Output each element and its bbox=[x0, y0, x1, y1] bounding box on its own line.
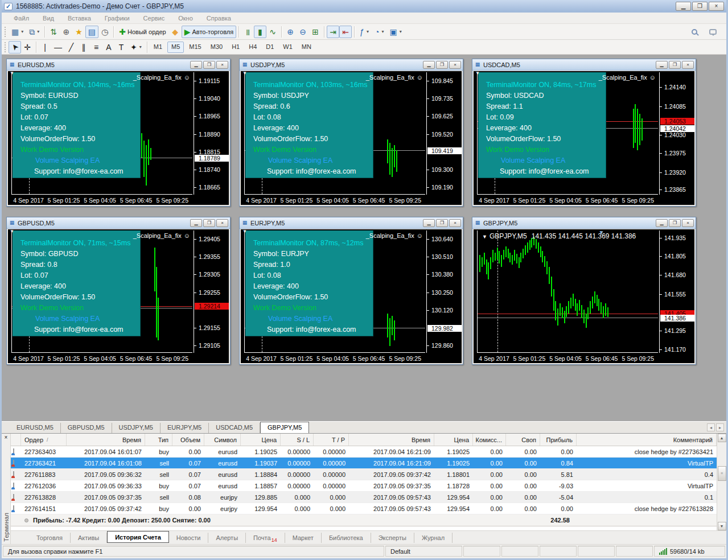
table-row[interactable]: 2273634212017.09.04 16:01:08sell0.07euru… bbox=[11, 458, 717, 469]
chart-close-button[interactable]: × bbox=[682, 219, 694, 227]
column-header-13[interactable]: Комментарий bbox=[577, 434, 717, 446]
chart-tab-gbpusd-m5[interactable]: GBPUSD,M5 bbox=[61, 423, 112, 433]
chart-restore-button[interactable]: ❐ bbox=[436, 61, 448, 69]
chart-minimize-button[interactable]: ▁ bbox=[190, 219, 202, 227]
column-header-2[interactable]: Тип bbox=[145, 434, 172, 446]
timeframe-m5-button[interactable]: M5 bbox=[167, 42, 184, 53]
chart-restore-button[interactable]: ❐ bbox=[203, 61, 215, 69]
menu-item-0[interactable]: Файл bbox=[7, 14, 35, 23]
templates-dropdown-arrow[interactable]: ▾ bbox=[400, 29, 402, 34]
chart-minimize-button[interactable]: ▁ bbox=[656, 61, 668, 69]
chart-window-gbpjpy-m5[interactable]: ▦GBPJPY,M5▁❐×▼GBPJPY,M5141.435 141.445 1… bbox=[472, 217, 696, 365]
timeframe-h1-button[interactable]: H1 bbox=[228, 42, 244, 53]
timeframe-mn-button[interactable]: MN bbox=[298, 42, 315, 53]
chart-close-button[interactable]: × bbox=[449, 219, 461, 227]
chart-plot-area[interactable]: TerminalMonitor ON, 71ms, ~15msSymbol: G… bbox=[11, 230, 192, 353]
time-axis[interactable]: 4 Sep 20175 Sep 01:255 Sep 04:055 Sep 06… bbox=[11, 354, 192, 363]
table-row[interactable]: 2276141512017.09.05 09:37:42buy0.00eurjp… bbox=[11, 503, 717, 514]
chat-button[interactable] bbox=[706, 26, 719, 38]
equidistant-channel-button[interactable]: ∥ bbox=[77, 41, 90, 53]
terminal-tab-библиотека[interactable]: Библиотека bbox=[322, 533, 371, 543]
chart-plot-area[interactable]: TerminalMonitor ON, 84ms, ~17msSymbol: U… bbox=[477, 72, 658, 195]
column-header-1[interactable]: Время bbox=[67, 434, 145, 446]
terminal-close-icon[interactable]: × bbox=[5, 435, 8, 440]
scroll-tabs-left-icon[interactable]: ◂ bbox=[707, 423, 715, 431]
menu-item-5[interactable]: Окно bbox=[172, 14, 199, 23]
templates-button[interactable]: ▣▾ bbox=[386, 26, 404, 38]
scrollbar-thumb[interactable]: ≡ bbox=[718, 466, 726, 481]
chart-window-eurusd-m5[interactable]: ▦EURUSD,M5▁❐×TerminalMonitor ON, 104ms, … bbox=[6, 59, 231, 207]
chart-close-button[interactable]: × bbox=[216, 219, 228, 227]
scroll-tabs-right-icon[interactable]: ▸ bbox=[716, 423, 724, 431]
time-axis[interactable]: 4 Sep 20175 Sep 01:255 Sep 04:055 Sep 06… bbox=[244, 196, 425, 205]
terminal-tab-почта[interactable]: Почта14 bbox=[246, 533, 285, 543]
toolbar-grip[interactable] bbox=[5, 27, 7, 37]
menu-item-1[interactable]: Вид bbox=[36, 14, 60, 23]
timeframe-m15-button[interactable]: M15 bbox=[185, 42, 205, 53]
scroll-up-icon[interactable]: ▲ bbox=[718, 434, 726, 442]
chart-close-button[interactable]: × bbox=[449, 61, 461, 69]
menu-item-4[interactable]: Сервис bbox=[137, 14, 171, 23]
menu-item-3[interactable]: Графики bbox=[98, 14, 136, 23]
terminal-tab-эксперты[interactable]: Эксперты bbox=[371, 533, 414, 543]
chart-minimize-button[interactable]: ▁ bbox=[423, 61, 435, 69]
column-header-0[interactable]: Ордер/ bbox=[21, 434, 67, 446]
navigator-button[interactable]: ★ bbox=[72, 26, 85, 38]
toolbar-grip[interactable] bbox=[5, 42, 7, 52]
horizontal-line-button[interactable]: — bbox=[51, 41, 65, 53]
column-header-4[interactable]: Символ bbox=[204, 434, 241, 446]
chart-close-button[interactable]: × bbox=[682, 61, 694, 69]
chart-canvas[interactable]: TerminalMonitor ON, 84ms, ~17msSymbol: U… bbox=[474, 71, 694, 205]
terminal-tab-маркет[interactable]: Маркет bbox=[285, 533, 322, 543]
timeframe-d1-button[interactable]: D1 bbox=[262, 42, 278, 53]
chart-plot-area[interactable]: TerminalMonitor ON, 103ms, ~16msSymbol: … bbox=[244, 72, 425, 195]
vertical-line-button[interactable]: | bbox=[39, 41, 51, 53]
table-row[interactable]: 2276118832017.09.05 09:36:32sell0.07euru… bbox=[11, 469, 717, 480]
column-header-6[interactable]: S / L bbox=[281, 434, 314, 446]
timeframe-m30-button[interactable]: M30 bbox=[207, 42, 227, 53]
crosshair-button[interactable]: ✛ bbox=[21, 41, 34, 53]
timeframe-m1-button[interactable]: M1 bbox=[150, 42, 166, 53]
time-axis[interactable]: 4 Sep 20175 Sep 01:255 Sep 04:055 Sep 06… bbox=[11, 196, 192, 205]
chart-tab-eurjpy-m5[interactable]: EURJPY,M5 bbox=[161, 423, 209, 433]
market-watch-button[interactable]: ⇅ bbox=[47, 26, 60, 38]
chart-minimize-button[interactable]: ▁ bbox=[423, 219, 435, 227]
chart-minimize-button[interactable]: ▁ bbox=[190, 61, 202, 69]
text-button[interactable]: A bbox=[102, 41, 115, 53]
column-header-5[interactable]: Цена bbox=[241, 434, 281, 446]
chart-profiles-button[interactable]: ⧉▾ bbox=[26, 26, 42, 38]
arrow-objects-button[interactable]: ✦▾ bbox=[127, 41, 145, 53]
terminal-panel-button[interactable]: ▤ bbox=[85, 26, 98, 38]
time-axis[interactable]: 4 Sep 20175 Sep 01:255 Sep 04:055 Sep 06… bbox=[244, 354, 425, 363]
chart-close-button[interactable]: × bbox=[216, 61, 228, 69]
new-chart-dropdown-arrow[interactable]: ▾ bbox=[21, 29, 23, 34]
chart-canvas[interactable]: TerminalMonitor ON, 104ms, ~16msSymbol: … bbox=[8, 71, 229, 205]
terminal-tab-журнал[interactable]: Журнал bbox=[414, 533, 453, 543]
timeframe-h4-button[interactable]: H4 bbox=[245, 42, 261, 53]
chart-restore-button[interactable]: ❐ bbox=[669, 219, 681, 227]
menu-item-2[interactable]: Вставка bbox=[61, 14, 97, 23]
chart-plot-area[interactable]: ▼GBPJPY,M5141.435 141.445 141.369 141.38… bbox=[477, 230, 658, 353]
chart-shift-button[interactable]: ⇤ bbox=[339, 26, 352, 38]
time-axis[interactable]: 4 Sep 20175 Sep 01:255 Sep 04:055 Sep 06… bbox=[477, 196, 658, 205]
price-scale[interactable]: 1.241401.240851.240301.239751.239201.238… bbox=[659, 72, 694, 195]
table-row[interactable]: 2276138282017.09.05 09:37:35sell0.08eurj… bbox=[11, 492, 717, 503]
new-order-button[interactable]: ✚Новый ордер bbox=[116, 26, 168, 38]
terminal-scrollbar[interactable]: ▲ ≡ ▼ bbox=[717, 434, 726, 530]
chart-profiles-dropdown-arrow[interactable]: ▾ bbox=[37, 29, 39, 34]
terminal-tab-алерты[interactable]: Алерты bbox=[208, 533, 246, 543]
status-profile[interactable]: Default bbox=[385, 546, 462, 557]
time-axis[interactable]: 4 Sep 20175 Sep 01:255 Sep 04:055 Sep 06… bbox=[477, 354, 658, 363]
strategy-tester-button[interactable]: ◷ bbox=[98, 26, 111, 38]
menu-item-6[interactable]: Справка bbox=[200, 14, 237, 23]
chart-minimize-button[interactable]: ▁ bbox=[656, 219, 668, 227]
chart-restore-button[interactable]: ❐ bbox=[203, 219, 215, 227]
candlestick-style-button[interactable]: ▮ bbox=[254, 26, 266, 38]
title-bar[interactable]: ✓ 1568885: Activtrades-Demo - Демо Счет … bbox=[2, 0, 726, 13]
minimize-button[interactable]: ▁ bbox=[676, 2, 691, 11]
maximize-button[interactable]: ❐ bbox=[692, 2, 708, 11]
price-scale[interactable]: 1.191151.190401.189651.188901.188151.187… bbox=[194, 72, 229, 195]
column-header-3[interactable]: Объем bbox=[172, 434, 204, 446]
indicators-dropdown-arrow[interactable]: ▾ bbox=[367, 29, 369, 34]
periods-button[interactable]: ◔▾ bbox=[372, 26, 386, 38]
